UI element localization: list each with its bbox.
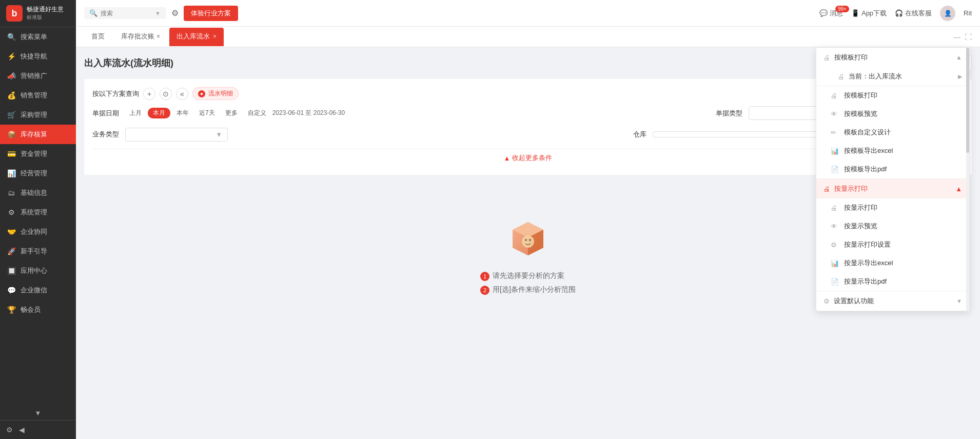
search-nav-icon: 🔍 — [6, 33, 16, 41]
topbar: 🔍 ▼ ⚙ 体验行业方案 💬 消息 99+ 📱 App下载 🎧 在线客服 👤 R… — [76, 0, 980, 27]
dropdown-current-template[interactable]: 🖨 当前：出入库流水 ▶ — [816, 67, 969, 86]
purchase-icon: 🛒 — [6, 111, 16, 119]
display-preview-item-icon: 👁 — [831, 223, 840, 230]
message-badge: 99+ — [835, 6, 849, 12]
dropdown-template-pdf[interactable]: 📄 按模板导出pdf — [816, 160, 969, 178]
empty-illustration — [502, 212, 554, 263]
nav-search-label: 搜索菜单 — [21, 32, 70, 42]
sidebar-item-newbie[interactable]: 🚀 新手引导 — [0, 242, 76, 261]
date-opt-this-year[interactable]: 本年 — [172, 108, 193, 118]
logo-icon: b — [6, 5, 23, 22]
date-opt-this-month[interactable]: 本月 — [148, 108, 170, 118]
dropdown-display-preview[interactable]: 👁 按显示预览 — [816, 217, 969, 235]
topbar-search-box[interactable]: 🔍 ▼ — [84, 7, 166, 19]
sidebar-item-quick-nav[interactable]: ⚡ 快捷导航 — [0, 47, 76, 66]
date-range-display: 2023-06-01 至 2023-06-30 — [272, 109, 345, 117]
search-input[interactable] — [101, 10, 152, 17]
dropdown-template-custom[interactable]: ✏ 模板自定义设计 — [816, 123, 969, 142]
app-download-btn[interactable]: 📱 App下载 — [851, 9, 887, 18]
tab-inout-flow[interactable]: 出入库流水 × — [169, 28, 224, 46]
tab-batch-label: 库存批次账 — [121, 32, 154, 41]
svg-point-5 — [529, 239, 531, 241]
dropdown-template-preview[interactable]: 👁 按模板预览 — [816, 105, 969, 123]
dropdown-footer[interactable]: ⚙ 设置默认功能 ▼ — [816, 291, 969, 311]
online-service-btn[interactable]: 🎧 在线客服 — [895, 9, 932, 18]
quick-nav-icon: ⚡ — [6, 52, 16, 61]
app-download-label: App下载 — [861, 9, 887, 18]
collapse-footer-icon[interactable]: ◀ — [19, 426, 25, 434]
app-name: 畅捷通好生意 — [27, 6, 64, 14]
display-print-header-icon: 🖨 — [824, 185, 830, 193]
dropdown-template-excel[interactable]: 📊 按模板导出excel — [816, 142, 969, 160]
dropdown-display-pdf[interactable]: 📄 按显示导出pdf — [816, 272, 969, 291]
empty-tip-1: 1 请先选择要分析的方案 — [480, 271, 576, 281]
date-opt-more[interactable]: 更多 — [221, 108, 242, 118]
sidebar-item-member[interactable]: 🏆 畅会员 — [0, 300, 76, 320]
dropdown-display-print[interactable]: 🖨 按显示打印 — [816, 198, 969, 217]
template-print-item-label: 按模板打印 — [844, 91, 877, 100]
marketing-icon: 📣 — [6, 72, 16, 80]
filter-settings-icon[interactable]: ⊙ — [160, 88, 172, 100]
username-label: Rit — [964, 9, 972, 17]
tabbar-actions: — ⛶ — [953, 33, 972, 41]
tab-inout-close[interactable]: × — [213, 33, 217, 40]
biz-type-label: 业务类型 — [92, 130, 119, 139]
settings-footer-icon[interactable]: ⚙ — [6, 426, 13, 434]
sidebar-item-apps[interactable]: 🔲 应用中心 — [0, 261, 76, 281]
nav-member-label: 畅会员 — [21, 305, 70, 314]
logo-text-block: 畅捷通好生意 标准版 — [27, 6, 64, 21]
avatar[interactable]: 👤 — [940, 6, 955, 21]
tab-maximize-icon[interactable]: ⛶ — [965, 33, 972, 41]
sidebar-item-marketing[interactable]: 📣 营销推广 — [0, 66, 76, 86]
tab-minimize-icon[interactable]: — — [953, 33, 961, 41]
dropdown-display-excel[interactable]: 📊 按显示导出excel — [816, 254, 969, 272]
filter-tag-label: 流水明细 — [208, 89, 233, 98]
tab-inout-label: 出入库流水 — [177, 32, 210, 41]
nav-inventory-label: 库存核算 — [21, 130, 70, 139]
online-service-label: 在线客服 — [905, 9, 932, 18]
basic-icon: 🗂 — [6, 189, 16, 197]
nav-operation-label: 经营管理 — [21, 169, 70, 178]
footer-settings-icon: ⚙ — [824, 297, 830, 305]
sidebar-item-basic[interactable]: 🗂 基础信息 — [0, 183, 76, 203]
sidebar-item-corp[interactable]: 🤝 企业协同 — [0, 222, 76, 242]
template-custom-item-icon: ✏ — [831, 129, 840, 136]
sidebar-item-purchase[interactable]: 🛒 采购管理 — [0, 105, 76, 125]
tab-batch-close[interactable]: × — [156, 33, 160, 40]
template-print-item-icon: 🖨 — [831, 92, 840, 99]
gear-icon[interactable]: ⚙ — [171, 8, 179, 18]
sidebar-item-system[interactable]: ⚙ 系统管理 — [0, 203, 76, 222]
message-btn[interactable]: 💬 消息 99+ — [819, 9, 843, 18]
nav-wechat-label: 企业微信 — [21, 286, 70, 295]
date-opt-7days[interactable]: 近7天 — [195, 108, 219, 118]
filter-add-btn[interactable]: + — [143, 88, 155, 100]
active-filter-tag[interactable]: ● 流水明细 — [192, 87, 239, 100]
display-print-section: 🖨 按显示打印 ▲ 🖨 按显示打印 👁 按显示预览 ⚙ 按显示打印设置 📊 按显… — [816, 179, 969, 291]
member-icon: 🏆 — [6, 306, 16, 314]
filter-collapse-icon[interactable]: « — [176, 88, 188, 100]
tab-batch-account[interactable]: 库存批次账 × — [114, 28, 167, 46]
warehouse-label: 仓库 — [633, 130, 646, 139]
template-excel-item-icon: 📊 — [831, 147, 840, 155]
dropdown-display-print-settings[interactable]: ⚙ 按显示打印设置 — [816, 235, 969, 254]
tab-home[interactable]: 首页 — [84, 28, 112, 46]
sidebar-item-inventory[interactable]: 📦 库存核算 — [0, 125, 76, 144]
industry-btn[interactable]: 体验行业方案 — [184, 6, 238, 21]
sidebar-item-operation[interactable]: 📊 经营管理 — [0, 164, 76, 183]
sidebar-item-finance[interactable]: 💳 资金管理 — [0, 144, 76, 164]
dropdown-scrollbar[interactable] — [966, 48, 969, 311]
template-print-header[interactable]: 🖨 按模板打印 ▲ — [816, 48, 969, 67]
sidebar-logo: b 畅捷通好生意 标准版 — [0, 0, 76, 27]
sidebar-scroll-down[interactable]: ▼ — [0, 406, 76, 420]
sidebar-item-sales[interactable]: 💰 销售管理 — [0, 86, 76, 105]
display-print-header[interactable]: 🖨 按显示打印 ▲ — [816, 179, 969, 198]
dropdown-template-print[interactable]: 🖨 按模板打印 — [816, 86, 969, 105]
biz-type-select[interactable]: ▼ — [125, 128, 228, 142]
inventory-icon: 📦 — [6, 130, 16, 138]
date-opt-custom[interactable]: 自定义 — [244, 108, 270, 118]
date-opt-last-month[interactable]: 上月 — [125, 108, 146, 118]
display-print-item-icon: 🖨 — [831, 204, 840, 212]
sidebar-item-search[interactable]: 🔍 搜索菜单 — [0, 27, 76, 47]
sidebar-item-wechat[interactable]: 💬 企业微信 — [0, 281, 76, 300]
display-print-item-label: 按显示打印 — [844, 203, 877, 212]
